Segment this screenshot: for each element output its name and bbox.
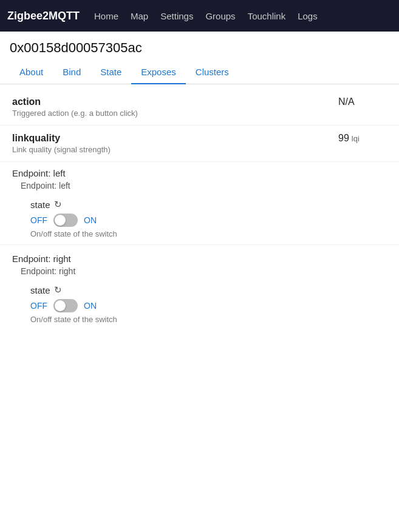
endpoint-right-on-button[interactable]: ON [84, 301, 97, 311]
divider-1 [0, 244, 399, 245]
endpoint-left-sub: Endpoint: left [0, 180, 399, 195]
nav-home[interactable]: Home [94, 8, 118, 24]
endpoint-right-state-control: OFF ON [30, 299, 387, 312]
exposes-content: action Triggered action (e.g. a button c… [0, 84, 399, 332]
endpoint-right-toggle[interactable] [53, 299, 78, 312]
endpoint-left-state-row: state ↻ OFF ON On/off state of the switc… [0, 195, 399, 242]
nav-groups[interactable]: Groups [205, 8, 235, 24]
endpoint-left-refresh-icon[interactable]: ↻ [54, 199, 62, 210]
endpoint-right-state-label-row: state ↻ [30, 285, 387, 295]
endpoint-left-state-control: OFF ON [30, 214, 387, 227]
linkquality-value-text: 99 [338, 133, 349, 144]
device-id: 0x00158d00057305ac [0, 32, 399, 56]
nav-settings[interactable]: Settings [160, 8, 193, 24]
nav-map[interactable]: Map [131, 8, 148, 24]
tab-bind[interactable]: Bind [53, 61, 90, 84]
brand-label: Zigbee2MQTT [7, 10, 80, 22]
action-feature-left: action Triggered action (e.g. a button c… [12, 96, 338, 118]
linkquality-feature-name: linkquality [12, 133, 338, 144]
endpoint-left-toggle-thumb [55, 215, 66, 226]
top-nav: Zigbee2MQTT Home Map Settings Groups Tou… [0, 0, 399, 32]
endpoint-left-state-label: state [30, 200, 50, 210]
endpoint-right-toggle-thumb [55, 300, 66, 311]
linkquality-feature-desc: Link quality (signal strength) [12, 145, 338, 154]
endpoint-right-state-row: state ↻ OFF ON On/off state of the switc… [0, 281, 399, 328]
tabs-bar: About Bind State Exposes Clusters [0, 61, 399, 84]
tab-state[interactable]: State [90, 61, 131, 84]
endpoint-left-off-button[interactable]: OFF [30, 215, 47, 225]
endpoint-right-state-label: state [30, 285, 50, 295]
action-feature-row: action Triggered action (e.g. a button c… [0, 89, 399, 126]
endpoint-left-state-label-row: state ↻ [30, 199, 387, 210]
action-feature-value: N/A [338, 96, 387, 107]
tab-about[interactable]: About [10, 61, 53, 84]
endpoint-left-on-button[interactable]: ON [84, 215, 97, 225]
endpoint-right-refresh-icon[interactable]: ↻ [54, 285, 62, 295]
endpoint-left-toggle[interactable] [53, 214, 78, 227]
action-feature-name: action [12, 96, 338, 107]
linkquality-feature-row: linkquality Link quality (signal strengt… [0, 126, 399, 162]
endpoint-right-sub: Endpoint: right [0, 265, 399, 281]
endpoint-left-state-desc: On/off state of the switch [30, 229, 387, 238]
endpoint-right-off-button[interactable]: OFF [30, 301, 47, 311]
linkquality-unit: lqi [352, 134, 360, 143]
endpoint-left-section: Endpoint: left Endpoint: left state ↻ OF… [0, 162, 399, 242]
action-value-text: N/A [338, 96, 355, 107]
linkquality-feature-left: linkquality Link quality (signal strengt… [12, 133, 338, 154]
nav-logs[interactable]: Logs [298, 8, 318, 24]
nav-touchlink[interactable]: Touchlink [248, 8, 286, 24]
endpoint-right-header: Endpoint: right [0, 247, 399, 265]
action-feature-desc: Triggered action (e.g. a button click) [12, 109, 338, 118]
endpoint-right-state-desc: On/off state of the switch [30, 315, 387, 324]
linkquality-feature-value: 99 lqi [338, 133, 387, 144]
nav-links: Home Map Settings Groups Touchlink Logs [94, 8, 318, 24]
tab-clusters[interactable]: Clusters [186, 61, 239, 84]
endpoint-right-section: Endpoint: right Endpoint: right state ↻ … [0, 247, 399, 328]
endpoint-left-header: Endpoint: left [0, 162, 399, 180]
tab-exposes[interactable]: Exposes [131, 61, 186, 84]
